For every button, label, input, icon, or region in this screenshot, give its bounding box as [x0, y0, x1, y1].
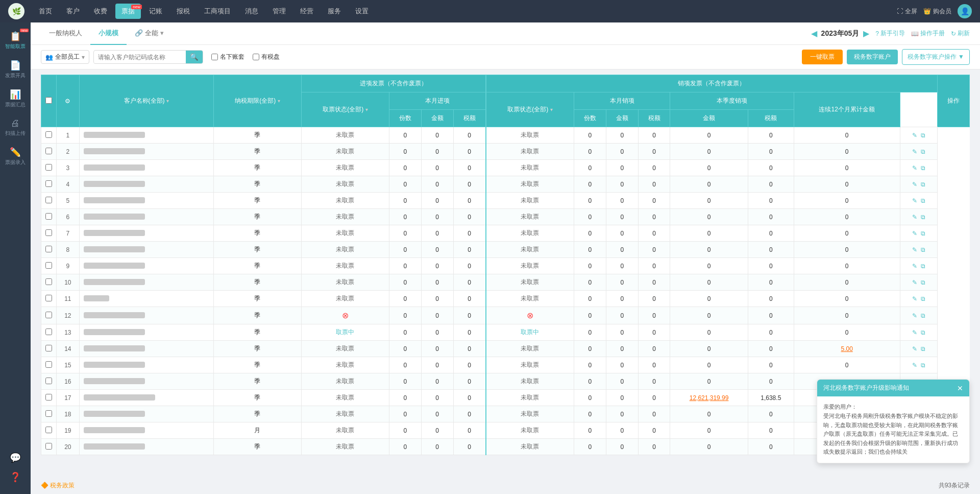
row-checkbox[interactable] [45, 394, 52, 401]
row-checkbox[interactable] [45, 328, 52, 335]
row-checkbox[interactable] [45, 180, 52, 187]
row-edit-icon[interactable]: ✎ [912, 345, 917, 352]
nav-management[interactable]: 管理 [266, 4, 292, 19]
sidebar-item-scan-upload[interactable]: 🖨 扫描上传 [0, 114, 31, 140]
row-copy-icon[interactable]: ⧉ [921, 295, 925, 302]
tax-digital-account-button[interactable]: 税务数字账户 [847, 50, 898, 64]
date-next-button[interactable]: ▶ [863, 29, 869, 38]
refresh-link[interactable]: ↻ 刷新 [951, 29, 970, 38]
row-copy-icon[interactable]: ⧉ [921, 214, 925, 221]
row-copy-icon[interactable]: ⧉ [921, 148, 925, 155]
nav-business[interactable]: 工商项目 [198, 4, 237, 19]
row-copy-icon[interactable]: ⧉ [921, 132, 925, 139]
row-edit-icon[interactable]: ✎ [912, 148, 917, 155]
row-edit-icon[interactable]: ✎ [912, 132, 917, 139]
row-checkbox[interactable] [45, 410, 52, 417]
nav-accounting[interactable]: 记账 [143, 4, 168, 19]
sidebar-item-invoice-summary[interactable]: 📊 票据汇总 [0, 85, 31, 112]
nav-invoices[interactable]: 票据 new [115, 4, 141, 19]
row-checkbox[interactable] [45, 278, 52, 285]
in-fetch-filter-icon[interactable]: ▾ [365, 107, 368, 112]
row-checkbox[interactable] [45, 164, 52, 171]
row-checkbox[interactable] [45, 361, 52, 368]
row-copy-icon[interactable]: ⧉ [921, 230, 925, 237]
row-checkbox[interactable] [45, 148, 52, 154]
tab-general-taxpayer[interactable]: 一般纳税人 [41, 22, 90, 45]
row-edit-icon[interactable]: ✎ [912, 279, 917, 286]
tax-digital-account-op-button[interactable]: 税务数字账户操作 ▼ [902, 49, 970, 65]
row-checkbox[interactable] [45, 427, 52, 433]
row-checkbox[interactable] [45, 295, 52, 301]
vip-button[interactable]: 👑 购会员 [923, 7, 951, 16]
tab-small-scale[interactable]: 小规模 [90, 22, 127, 45]
fullscreen-button[interactable]: ⛶ 全屏 [897, 7, 917, 16]
last12-highlight[interactable]: 5.00 [841, 345, 852, 352]
nav-tax[interactable]: 报税 [170, 4, 196, 19]
row-checkbox[interactable] [45, 378, 52, 384]
my-accounts-checkbox[interactable]: 名下账套 [211, 53, 244, 61]
row-edit-icon[interactable]: ✎ [912, 164, 917, 172]
client-filter-icon[interactable]: ▾ [166, 98, 169, 104]
row-checkbox[interactable] [45, 229, 52, 236]
row-copy-icon[interactable]: ⧉ [921, 263, 925, 270]
one-key-fetch-button[interactable]: 一键取票 [802, 50, 843, 64]
quota-filter-icon[interactable]: ▾ [278, 98, 280, 104]
user-avatar[interactable]: 👤 [958, 4, 972, 18]
nav-clients[interactable]: 客户 [60, 4, 86, 19]
row-copy-icon[interactable]: ⧉ [921, 345, 925, 352]
row-edit-icon[interactable]: ✎ [912, 362, 917, 369]
row-edit-icon[interactable]: ✎ [912, 230, 917, 237]
nav-services[interactable]: 服务 [322, 4, 347, 19]
row-copy-icon[interactable]: ⧉ [921, 362, 925, 369]
manual-link[interactable]: 📖 操作手册 [911, 29, 945, 38]
sidebar-item-invoice-open[interactable]: 📄 发票开具 [0, 56, 31, 83]
row-checkbox[interactable] [45, 312, 52, 318]
row-checkbox[interactable] [45, 213, 52, 220]
sidebar-item-smart-fetch[interactable]: 📋 智能取票 new [0, 27, 31, 54]
sidebar-help-icon[interactable]: ❓ [7, 468, 24, 486]
row-edit-icon[interactable]: ✎ [912, 295, 917, 302]
row-checkbox[interactable] [45, 246, 52, 252]
row-copy-icon[interactable]: ⧉ [921, 181, 925, 188]
date-prev-button[interactable]: ◀ [811, 29, 817, 38]
nav-home[interactable]: 首页 [33, 4, 58, 19]
row-edit-icon[interactable]: ✎ [912, 181, 917, 188]
row-copy-icon[interactable]: ⧉ [921, 329, 925, 336]
sidebar-chat-icon[interactable]: 💬 [7, 449, 24, 466]
row-checkbox[interactable] [45, 197, 52, 203]
deduct-amount-highlight[interactable]: 12,621,319.99 [690, 394, 729, 402]
notification-close-button[interactable]: ✕ [957, 384, 963, 392]
row-copy-icon[interactable]: ⧉ [921, 246, 925, 253]
row-copy-icon[interactable]: ⧉ [921, 164, 925, 172]
row-copy-icon[interactable]: ⧉ [921, 279, 925, 286]
settings-gear-icon[interactable]: ⚙ [65, 98, 70, 105]
row-checkbox[interactable] [45, 131, 52, 138]
row-edit-icon[interactable]: ✎ [912, 246, 917, 253]
row-checkbox[interactable] [45, 443, 52, 450]
row-copy-icon[interactable]: ⧉ [921, 312, 925, 319]
new-guide-link[interactable]: ? 新手引导 [875, 29, 905, 38]
row-edit-icon[interactable]: ✎ [912, 312, 917, 319]
sidebar-item-invoice-entry[interactable]: ✏️ 票据录入 [0, 143, 31, 170]
select-all-checkbox[interactable] [45, 97, 52, 104]
search-button[interactable]: 🔍 [186, 51, 203, 63]
row-edit-icon[interactable]: ✎ [912, 263, 917, 270]
my-accounts-input[interactable] [211, 54, 218, 60]
employee-select[interactable]: 👥 全部员工 ▾ [41, 50, 89, 64]
row-copy-icon[interactable]: ⧉ [921, 197, 925, 204]
row-checkbox[interactable] [45, 345, 52, 351]
has-tax-disk-checkbox[interactable]: 有税盘 [253, 53, 280, 61]
row-edit-icon[interactable]: ✎ [912, 329, 917, 336]
out-fetch-filter-icon[interactable]: ▾ [550, 107, 553, 112]
has-tax-disk-input[interactable] [253, 54, 259, 60]
nav-messages[interactable]: 消息 [239, 4, 264, 19]
search-input[interactable] [94, 52, 186, 63]
nav-fees[interactable]: 收费 [88, 4, 113, 19]
row-checkbox[interactable] [45, 262, 52, 269]
row-edit-icon[interactable]: ✎ [912, 214, 917, 221]
nav-settings[interactable]: 设置 [349, 4, 375, 19]
nav-operations[interactable]: 经营 [294, 4, 320, 19]
row-edit-icon[interactable]: ✎ [912, 197, 917, 204]
tab-all[interactable]: 🔗 全能 ▾ [127, 22, 172, 45]
tax-policy-link[interactable]: 🔶 税务政策 [41, 481, 75, 490]
